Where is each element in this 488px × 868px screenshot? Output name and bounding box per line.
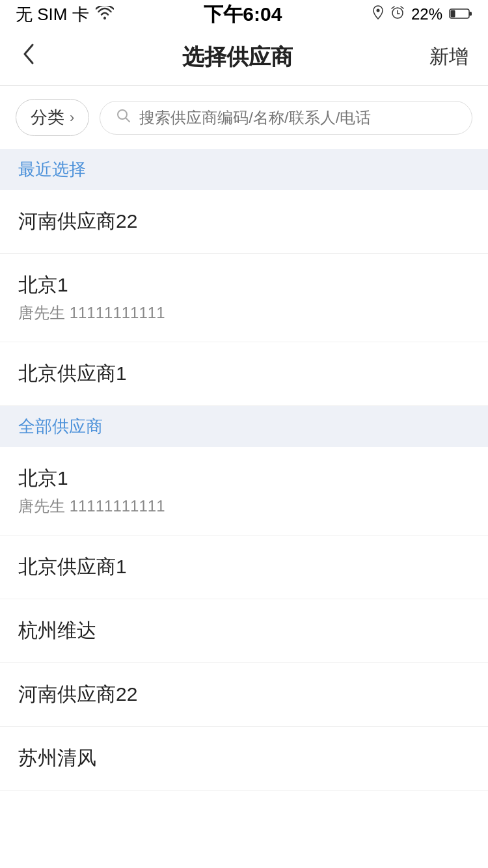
item-name: 北京供应商1 — [18, 360, 470, 387]
item-sub: 唐先生 11111111111 — [18, 303, 470, 323]
list-item[interactable]: 北京1唐先生 11111111111 — [0, 254, 488, 342]
item-name: 北京1 — [18, 272, 470, 299]
item-name: 杭州维达 — [18, 617, 470, 644]
svg-point-0 — [103, 17, 106, 20]
add-button[interactable]: 新增 — [416, 44, 468, 70]
back-button[interactable] — [20, 40, 59, 74]
recent-list: 河南供应商22北京1唐先生 11111111111北京供应商1 — [0, 190, 488, 406]
svg-rect-5 — [450, 10, 455, 18]
category-label: 分类 — [31, 106, 64, 129]
svg-rect-4 — [469, 12, 472, 16]
category-button[interactable]: 分类 › — [16, 99, 89, 136]
location-icon — [372, 5, 384, 23]
status-left: 无 SIM 卡 — [16, 3, 114, 26]
list-item[interactable]: 河南供应商22 — [0, 663, 488, 727]
list-item[interactable]: 北京供应商1 — [0, 342, 488, 406]
list-item[interactable]: 河南供应商22 — [0, 190, 488, 254]
all-section-header: 全部供应商 — [0, 406, 488, 447]
svg-point-1 — [376, 9, 379, 12]
filter-bar: 分类 › — [0, 86, 488, 149]
item-name: 苏州清风 — [18, 745, 470, 772]
recent-section-label: 最近选择 — [18, 159, 86, 179]
list-item[interactable]: 北京供应商1 — [0, 536, 488, 599]
all-list: 北京1唐先生 11111111111北京供应商1杭州维达河南供应商22苏州清风 — [0, 447, 488, 791]
item-name: 河南供应商22 — [18, 681, 470, 708]
nav-bar: 选择供应商 新增 — [0, 29, 488, 86]
item-name: 北京供应商1 — [18, 554, 470, 580]
status-time: 下午6:04 — [204, 1, 282, 28]
wifi-icon — [96, 5, 114, 25]
search-box — [100, 101, 472, 135]
carrier-text: 无 SIM 卡 — [16, 3, 89, 26]
list-item[interactable]: 杭州维达 — [0, 599, 488, 663]
item-name: 河南供应商22 — [18, 208, 470, 235]
list-item[interactable]: 苏州清风 — [0, 727, 488, 791]
alarm-icon — [390, 5, 405, 23]
search-input[interactable] — [139, 109, 456, 127]
recent-section-header: 最近选择 — [0, 149, 488, 190]
item-name: 北京1 — [18, 465, 470, 492]
page-title: 选择供应商 — [182, 42, 293, 72]
battery-icon — [449, 5, 472, 23]
item-sub: 唐先生 11111111111 — [18, 496, 470, 517]
chevron-right-icon: › — [70, 109, 74, 126]
status-bar: 无 SIM 卡 下午6:04 22 — [0, 0, 488, 29]
all-section-label: 全部供应商 — [18, 416, 103, 436]
status-right: 22% — [372, 5, 472, 23]
battery-pct: 22% — [411, 5, 442, 23]
search-icon — [116, 108, 131, 128]
list-item[interactable]: 北京1唐先生 11111111111 — [0, 447, 488, 536]
